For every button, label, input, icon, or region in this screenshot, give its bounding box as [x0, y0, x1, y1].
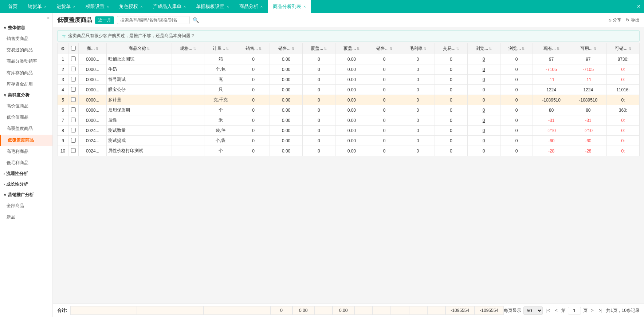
sort-icon-sales3[interactable]: ⇅ [389, 47, 392, 51]
sidebar-item-high-value[interactable]: 高价值商品 [0, 100, 52, 112]
sidebar-section-cluster[interactable]: ∨ 类群度分析 [0, 90, 52, 100]
nav-sales-order-close[interactable]: × [44, 4, 46, 9]
sidebar-item-high-margin[interactable]: 高毛利商品 [0, 146, 52, 157]
sidebar-item-category-turnover[interactable]: 商品分类动销率 [0, 56, 52, 67]
sort-icon-unit[interactable]: ⇅ [226, 47, 229, 51]
cell-checkbox[interactable] [68, 64, 79, 75]
row-checkbox[interactable] [71, 118, 76, 122]
row-checkbox[interactable] [71, 77, 76, 82]
browse-link[interactable]: 0 [483, 57, 485, 62]
sort-icon-name[interactable]: ⇅ [147, 47, 150, 51]
sidebar-item-new-goods[interactable]: 新品 [0, 211, 52, 223]
cell-browse1[interactable]: 0 [467, 54, 500, 64]
sidebar-item-sales-goods[interactable]: 销售类商品 [0, 33, 52, 44]
sort-icon-sales-amt[interactable]: ⇅ [291, 47, 294, 51]
nav-product-analysis-list-close[interactable]: × [303, 4, 306, 9]
sort-icon-browse1[interactable]: ⇅ [489, 47, 492, 51]
nav-purchase-order-close[interactable]: × [73, 4, 75, 9]
search-icon[interactable]: 🔍 [193, 17, 199, 23]
row-checkbox[interactable] [71, 87, 76, 92]
browse-link[interactable]: 0 [483, 77, 485, 82]
sidebar-item-low-coverage[interactable]: 低覆盖度商品 [0, 135, 52, 146]
sidebar-item-inventory-capital[interactable]: 库存资金占用 [0, 79, 52, 90]
nav-home[interactable]: 首页 [3, 0, 23, 13]
last-page-button[interactable]: >| [597, 307, 604, 314]
sort-icon-saleable[interactable]: ⇅ [628, 47, 631, 51]
share-button[interactable]: ⎋ 分享 [609, 17, 621, 23]
nav-template-close[interactable]: × [227, 4, 229, 9]
row-checkbox[interactable] [71, 67, 76, 71]
sidebar-item-all-goods[interactable]: 全部商品 [0, 200, 52, 211]
sidebar-section-marketing[interactable]: ∨ 营销推广分析 [0, 190, 52, 200]
cell-checkbox[interactable] [68, 136, 79, 146]
sort-icon-current-stock[interactable]: ⇅ [557, 47, 559, 51]
sort-icon-coverage1[interactable]: ⇅ [324, 47, 327, 51]
browse-link[interactable]: 0 [483, 98, 485, 103]
cell-checkbox[interactable] [68, 54, 79, 64]
browse-link[interactable]: 0 [483, 108, 485, 113]
cell-checkbox[interactable] [68, 126, 79, 136]
row-checkbox[interactable] [71, 128, 76, 132]
nav-role-auth-close[interactable]: × [140, 4, 142, 9]
close-all-button[interactable]: × [637, 3, 640, 10]
nav-purchase-order[interactable]: 进货单 × [51, 0, 80, 13]
nav-permission-close[interactable]: × [107, 4, 109, 9]
export-button[interactable]: ↻ 导出 [626, 17, 640, 23]
cell-browse1[interactable]: 0 [467, 126, 500, 136]
nav-product-inbound-close[interactable]: × [184, 4, 186, 9]
cell-checkbox[interactable] [68, 75, 79, 85]
cell-checkbox[interactable] [68, 115, 79, 126]
sort-icon-trade[interactable]: ⇅ [456, 47, 459, 51]
th-checkbox[interactable] [68, 43, 79, 54]
sidebar-item-traded-goods[interactable]: 交易过的商品 [0, 44, 52, 56]
sort-icon-available-stock[interactable]: ⇅ [593, 47, 596, 51]
cell-checkbox[interactable] [68, 95, 79, 105]
table-container[interactable]: ⚙ 商... ⇅ [53, 43, 644, 304]
sidebar-item-in-stock-goods[interactable]: 有库存的商品 [0, 67, 52, 79]
sidebar-section-overall[interactable]: ∨ 整体信息 [0, 23, 52, 33]
cell-checkbox[interactable] [68, 85, 79, 95]
page-size-select[interactable]: 50 20 100 [523, 306, 543, 315]
nav-template-settings[interactable]: 单据模板设置 × [191, 0, 234, 13]
sidebar-item-high-coverage[interactable]: 高覆盖度商品 [0, 123, 52, 134]
search-input[interactable] [117, 16, 190, 24]
nav-role-auth[interactable]: 角色授权 × [114, 0, 148, 13]
cell-browse1[interactable]: 0 [467, 146, 500, 156]
row-checkbox[interactable] [71, 107, 76, 112]
browse-link[interactable]: 0 [483, 148, 485, 154]
next-page-button[interactable]: > [590, 307, 595, 314]
row-checkbox[interactable] [71, 138, 76, 143]
nav-product-analysis-close[interactable]: × [260, 4, 263, 9]
nav-product-analysis-list[interactable]: 商品分析列表 × [268, 0, 311, 13]
sort-icon-spec[interactable]: ⇅ [193, 47, 196, 51]
browse-link[interactable]: 0 [483, 118, 485, 123]
prev-page-button[interactable]: < [554, 307, 559, 314]
cell-browse1[interactable]: 0 [467, 85, 500, 95]
sort-icon-gross-margin[interactable]: ⇅ [423, 47, 426, 51]
current-page-input[interactable] [568, 307, 581, 314]
browse-link[interactable]: 0 [483, 87, 485, 92]
sidebar-item-low-margin[interactable]: 低毛利商品 [0, 157, 52, 169]
cell-browse1[interactable]: 0 [467, 105, 500, 115]
sidebar-section-liquidity[interactable]: › 流通性分析 [0, 169, 52, 179]
sidebar-collapse-button[interactable]: « [0, 13, 52, 23]
period-button[interactable]: 近一月 [95, 16, 114, 24]
sort-icon-coverage2[interactable]: ⇅ [357, 47, 360, 51]
browse-link[interactable]: 0 [483, 138, 485, 143]
sidebar-section-growth[interactable]: › 成长性分析 [0, 179, 52, 190]
sort-icon-browse2[interactable]: ⇅ [522, 47, 525, 51]
cell-checkbox[interactable] [68, 105, 79, 115]
sidebar-item-low-value[interactable]: 低价值商品 [0, 112, 52, 123]
row-checkbox[interactable] [71, 148, 76, 153]
nav-product-inbound[interactable]: 产成品入库单 × [148, 0, 191, 13]
cell-browse1[interactable]: 0 [467, 95, 500, 105]
th-settings[interactable]: ⚙ [58, 43, 68, 54]
nav-product-analysis[interactable]: 商品分析 × [234, 0, 268, 13]
cell-browse1[interactable]: 0 [467, 115, 500, 126]
first-page-button[interactable]: |< [545, 307, 551, 314]
browse-link[interactable]: 0 [483, 67, 485, 72]
cell-browse1[interactable]: 0 [467, 75, 500, 85]
settings-icon[interactable]: ⚙ [61, 46, 65, 51]
cell-browse1[interactable]: 0 [467, 136, 500, 146]
sort-icon-code[interactable]: ⇅ [95, 47, 98, 51]
